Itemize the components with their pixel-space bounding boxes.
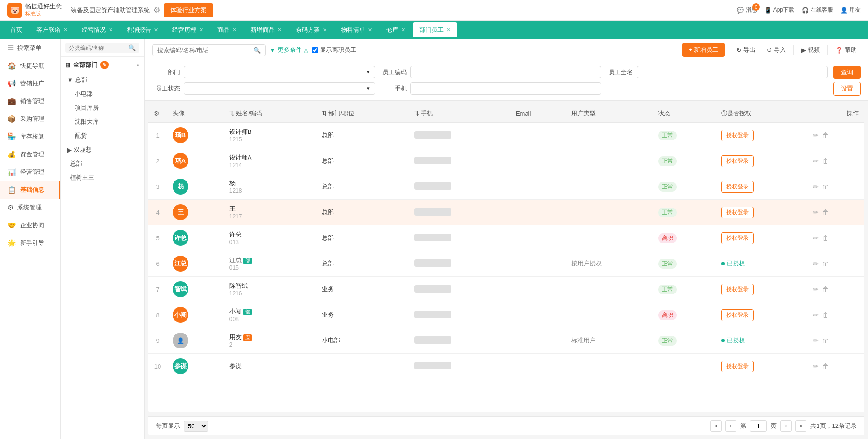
delete-icon[interactable]: 🗑 [822,260,829,267]
prev-first-btn[interactable]: « [710,420,722,432]
tree-search[interactable]: 🔍 [65,43,139,53]
sidebar-item-shortcut[interactable]: 🏠 快捷导航 [0,57,60,75]
auth-button[interactable]: 授权登录 [721,181,754,193]
edit-icon[interactable]: ✏ [813,260,819,267]
th-dept[interactable]: ⇅ 部门/职位 [316,105,409,123]
th-settings[interactable]: ⚙ [148,105,167,123]
auth-button[interactable]: 授权登录 [721,207,754,218]
auth-button[interactable]: 授权登录 [721,155,754,167]
query-button[interactable]: 查询 [833,66,861,79]
tab-profit[interactable]: 利润报告✕ [120,22,165,37]
tree-all-dept[interactable]: ⊞ 全部部门 ✎ « [61,57,144,73]
name-input[interactable] [637,66,828,78]
code-input[interactable] [410,66,602,78]
page-input[interactable] [750,420,767,432]
sidebar-item-basic[interactable]: 📋 基础信息 [0,181,60,199]
delete-icon[interactable]: 🗑 [822,362,829,370]
tree-node-distribution[interactable]: 配货 [61,129,144,143]
delete-icon[interactable]: 🗑 [822,311,829,319]
show-resigned-checkbox[interactable]: 显示离职员工 [312,46,356,54]
online-service-btn[interactable]: 🎧 在线客服 [802,6,833,14]
tree-node-shenyang[interactable]: 沈阳大库 [61,115,144,129]
tab-dept-staff[interactable]: 部门员工✕ [413,22,457,37]
video-btn[interactable]: ▶ 视频 [798,44,824,56]
tree-node-planting[interactable]: 植树王三 [61,171,144,185]
delete-icon[interactable]: 🗑 [822,209,829,216]
edit-icon[interactable]: ✏ [813,209,819,216]
sidebar-item-operation[interactable]: 📊 经营管理 [0,163,60,181]
import-btn[interactable]: ↺ 导入 [763,44,790,56]
tree-search-input[interactable] [69,45,126,51]
sidebar-item-corp[interactable]: 🤝 企业协同 [0,216,60,234]
status-select[interactable]: ▾ [184,82,375,95]
app-download-btn[interactable]: 📱 App下载 [764,6,794,14]
auth-button[interactable]: 授权登录 [721,309,754,321]
auth-button[interactable]: 授权登录 [721,361,754,372]
dept-select[interactable]: ▾ [184,66,375,78]
close-icon[interactable]: ✕ [368,27,372,33]
per-page-select[interactable]: 50 100 200 [184,421,208,432]
tab-history[interactable]: 经营历程✕ [166,22,210,37]
trial-button[interactable]: 体验行业方案 [164,3,213,17]
tree-group-headquarters[interactable]: ▼ 总部 [61,73,144,87]
user-btn[interactable]: 👤 用友 [840,6,861,14]
sidebar-item-capital[interactable]: 💰 资金管理 [0,146,60,163]
auth-button[interactable]: 授权登录 [721,130,754,141]
th-phone[interactable]: ⇅ 手机 [409,105,510,123]
edit-icon[interactable]: ✏ [813,183,819,190]
collapse-icon[interactable]: « [137,63,139,68]
sidebar-item-sales[interactable]: 💼 销售管理 [0,92,60,110]
sidebar-item-marketing[interactable]: 📢 营销推广 [0,75,60,92]
export-btn[interactable]: ↻ 导出 [733,44,759,56]
dept-edit-btn[interactable]: ✎ [100,61,109,69]
tab-customer[interactable]: 客户联络✕ [30,22,74,37]
tree-group-shuangxu[interactable]: ▶ 双虚想 [61,143,144,157]
search-field[interactable]: 🔍 [152,44,266,56]
add-employee-button[interactable]: + 新增员工 [682,43,725,57]
tab-warehouse[interactable]: 仓库✕ [380,22,412,37]
close-icon[interactable]: ✕ [109,27,113,33]
tab-bom[interactable]: 物料清单✕ [334,22,379,37]
delete-icon[interactable]: 🗑 [822,157,829,165]
sidebar-item-inventory[interactable]: 🏪 库存核算 [0,128,60,146]
search-input[interactable] [157,47,250,54]
reset-button[interactable]: 设置 [833,82,861,96]
close-icon[interactable]: ✕ [278,27,282,33]
close-icon[interactable]: ✕ [63,27,68,33]
delete-icon[interactable]: 🗑 [822,286,829,293]
tab-goods[interactable]: 商品✕ [211,22,243,37]
tree-node-hq[interactable]: 总部 [61,157,144,171]
next-btn[interactable]: › [780,420,792,432]
prev-btn[interactable]: ‹ [725,420,736,432]
close-icon[interactable]: ✕ [154,27,158,33]
auth-button[interactable]: 授权登录 [721,232,754,244]
delete-icon[interactable]: 🗑 [822,132,829,139]
resigned-check[interactable] [312,47,318,53]
edit-icon[interactable]: ✏ [813,362,819,370]
message-btn[interactable]: 💬 消息 6 [737,6,757,14]
edit-icon[interactable]: ✏ [813,132,819,139]
edit-icon[interactable]: ✏ [813,234,819,242]
edit-icon[interactable]: ✏ [813,286,819,293]
next-last-btn[interactable]: » [795,420,806,432]
delete-icon[interactable]: 🗑 [822,234,829,242]
sidebar-item-purchase[interactable]: 📦 采购管理 [0,110,60,128]
th-name[interactable]: ⇅ 姓名/编码 [224,105,316,123]
tab-new-goods[interactable]: 新增商品✕ [244,22,288,37]
help-btn[interactable]: ❓ 帮助 [832,44,861,56]
edit-icon[interactable]: ✏ [813,311,819,319]
close-icon[interactable]: ✕ [401,27,405,33]
close-icon[interactable]: ✕ [446,27,451,33]
delete-icon[interactable]: 🗑 [822,337,829,344]
more-filter-btn[interactable]: ▼ 更多条件 △ [270,46,308,54]
sidebar-item-system[interactable]: ⚙ 系统管理 [0,199,60,216]
auth-button[interactable]: 授权登录 [721,284,754,295]
tree-node-project[interactable]: 项目库房 [61,101,144,115]
tab-operation[interactable]: 经营情况✕ [75,22,119,37]
edit-icon[interactable]: ✏ [813,157,819,165]
delete-icon[interactable]: 🗑 [822,183,829,190]
sidebar-item-guide[interactable]: 🌟 新手引导 [0,234,60,252]
sidebar-item-search[interactable]: ☰ 搜索菜单 [0,39,60,57]
settings-icon[interactable]: ⚙ [153,6,160,14]
tree-node-small-elec[interactable]: 小电部 [61,87,144,101]
